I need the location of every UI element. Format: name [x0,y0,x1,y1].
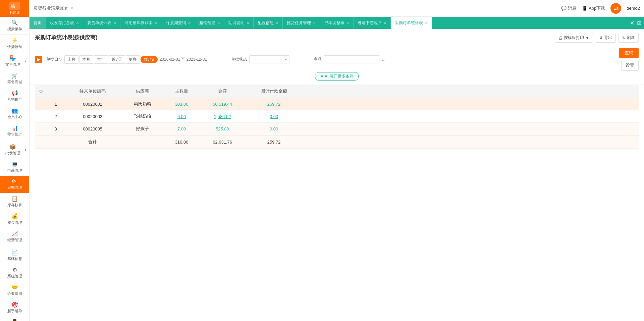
tab-invite-downstream-close[interactable]: × [384,20,386,25]
page-header: 采购订单统计表(按供应商) 🖨 按模板打印 ▼ ⬇ 导出 ↻ 刷新 [30,29,644,45]
date-btn-last-month[interactable]: 上月 [64,55,78,64]
filter-expand-row: ▼▼ 展开更多条件 [35,71,639,82]
sidebar-item-app-center[interactable]: 📱 应用中心 [0,316,29,321]
sidebar-item-retail-mgmt[interactable]: 🏪 零售管理 ▲ [0,52,29,70]
app-logo[interactable]: 畅 标题版 [0,0,29,17]
sidebar-item-retail-stats[interactable]: 📊 零售统计 [0,122,29,140]
table-head: ⚙ 往来单位编码 供应商 主数量 金额 累计付款金额 [35,85,639,98]
tab-order-summary[interactable]: 要货单统计表 × [83,17,120,29]
export-button[interactable]: ⬇ 导出 [596,33,616,43]
td-extra-2 [303,110,639,123]
status-select[interactable] [249,55,289,63]
sidebar-item-new-guide[interactable]: 🎯 新手引导 [0,299,29,316]
tab-maximize-button[interactable]: ⊞ [637,20,641,26]
tab-cost-adjust[interactable]: 成本调整单 × [320,17,354,29]
message-action[interactable]: 💬 消息 [561,5,577,11]
expand-icon: ▼▼ [320,74,328,79]
new-guide-icon: 🎯 [11,302,18,308]
tab-pick-task-close[interactable]: × [313,20,316,25]
sidebar-marketing-label: 营销推广 [7,97,22,102]
sidebar-item-stock-check[interactable]: 📋 库存核算 [0,193,29,210]
chevron-right-icon: ▼ [24,148,27,152]
td-paid-amount-2: 0.00 [245,110,302,123]
refresh-button[interactable]: ↻ 刷新 [619,33,639,43]
sidebar-capital-mgmt-label: 资金管理 [7,220,22,225]
tab-end-actions: ✕ ⊞ [627,17,644,29]
table-settings-icon[interactable]: ⚙ [39,89,43,94]
query-button[interactable]: 查询 [619,48,639,58]
message-icon: 💬 [561,6,567,11]
page-title: 采购订单统计表(按供应商) [35,34,98,41]
tab-cost-adjust-close[interactable]: × [346,20,349,25]
export-icon: ⬇ [599,36,603,40]
goods-input[interactable] [324,55,380,63]
user-name[interactable]: demo2 [627,6,640,11]
date-btn-last-7-days[interactable]: 近7天 [109,55,125,64]
tab-purchase-order-summary-close[interactable]: × [425,20,428,25]
app-download-label: App下载 [589,5,605,11]
sidebar-item-basic-info[interactable]: 📄 基础信息 [0,247,29,264]
sidebar: 畅 标题版 🔍 搜索菜单 ⚡ 快捷导航 🏪 零售管理 ▲ 🛒 零售商城 📢 营销… [0,0,30,321]
tab-expiry-query-close[interactable]: × [188,20,191,25]
app-download-action[interactable]: 📱 App下载 [582,5,605,11]
tab-purchase-order-summary[interactable]: 采购订单统计表 × [391,17,432,29]
sidebar-item-ecommerce-mgmt[interactable]: 💻 电商管理 [0,158,29,176]
sidebar-item-search[interactable]: 🔍 搜索菜单 [0,17,29,35]
date-btn-this-month[interactable]: 本月 [79,55,93,64]
sidebar-item-sys-mgmt[interactable]: ⚙ 系统管理 [0,264,29,281]
td-amount-3: 525.80 [200,123,246,136]
refresh-icon: ↻ [622,36,626,40]
sidebar-item-ops-mgmt[interactable]: 📈 经营管理 [0,228,29,245]
date-btn-more[interactable]: 更多 [126,55,140,64]
td-settings-2 [35,110,47,123]
tab-config-info-label: 配置信息 [258,20,274,26]
table-footer: 合计 316.00 62,631.76 259.72 [35,135,639,149]
tab-receive-summary-close[interactable]: × [76,20,79,25]
tab-receive-summary[interactable]: 收发存汇总表 × [46,17,83,29]
quick-nav-icon: ⚡ [11,37,18,44]
expand-more-conditions-button[interactable]: ▼▼ 展开更多条件 [315,72,359,81]
tab-available-stock-close[interactable]: × [155,20,157,25]
tab-config-info[interactable]: 配置信息 × [254,17,283,29]
tab-function-desc-close[interactable]: × [247,20,249,25]
sidebar-item-marketing[interactable]: 📢 营销推广 [0,87,29,105]
capital-mgmt-icon: 💰 [11,213,18,219]
filter-row: ▶ 单据日期 上月 本月 本年 近7天 更多 自定义 2016-01-01 至 … [35,48,639,71]
goods-more-button[interactable]: ... [382,57,385,62]
tab-pick-task[interactable]: 拣货任务管理 × [283,17,320,29]
settings-button[interactable]: 设置 [621,60,639,71]
tab-function-desc[interactable]: 功能说明 × [224,17,254,29]
sys-mgmt-icon: ⚙ [12,267,17,273]
sidebar-item-enterprise-coop[interactable]: 🤝 企业协同 [0,281,29,299]
td-main-qty-3: 7.00 [164,123,200,136]
tab-config-info-close[interactable]: × [276,20,278,25]
print-button[interactable]: 🖨 按模板打印 ▼ [555,33,593,43]
app-center-icon: 📱 [11,319,18,321]
tab-overstock-warning-close[interactable]: × [217,20,220,25]
date-btn-this-year[interactable]: 本年 [94,55,108,64]
sidebar-item-wholesale-mgmt[interactable]: 📦 批发管理 ▼ [0,141,29,158]
sidebar-item-retail-mall[interactable]: 🛒 零售商城 [0,70,29,87]
tab-expiry-query[interactable]: 保质期查询 × [162,17,195,29]
sidebar-retail-mgmt-label: 零售管理 [5,62,20,67]
sidebar-item-quick-nav[interactable]: ⚡ 快捷导航 [0,35,29,52]
sidebar-item-capital-mgmt[interactable]: 💰 资金管理 [0,210,29,228]
tab-available-stock[interactable]: 可用量库存账本 × [120,17,162,29]
tab-overstock-warning[interactable]: 超储预警 × [195,17,224,29]
sidebar-item-member-center[interactable]: 👥 会员中心 [0,105,29,122]
status-label: 单据状态 [231,57,247,62]
sidebar-enterprise-coop-label: 企业协同 [7,291,22,296]
tf-settings [35,135,47,149]
sidebar-item-purchase-mgmt[interactable]: 🛍 采购管理 [0,176,29,193]
tab-order-summary-close[interactable]: × [113,20,116,25]
tab-purchase-order-summary-label: 采购订单统计表 [395,20,423,26]
basic-info-icon: 📄 [11,249,18,256]
marketing-icon: 📢 [11,90,18,96]
tab-close-all-button[interactable]: ✕ [630,20,634,26]
breadcrumb-text: 母婴行业演示账套 [34,5,68,11]
tab-invite-downstream[interactable]: 邀请下游客户 × [354,17,391,29]
logo-text: 标题版 [10,10,20,15]
avatar[interactable]: Ea [610,3,621,14]
filter-toggle-button[interactable]: ▶ [35,56,42,63]
tab-home[interactable]: 首页 [30,17,46,29]
